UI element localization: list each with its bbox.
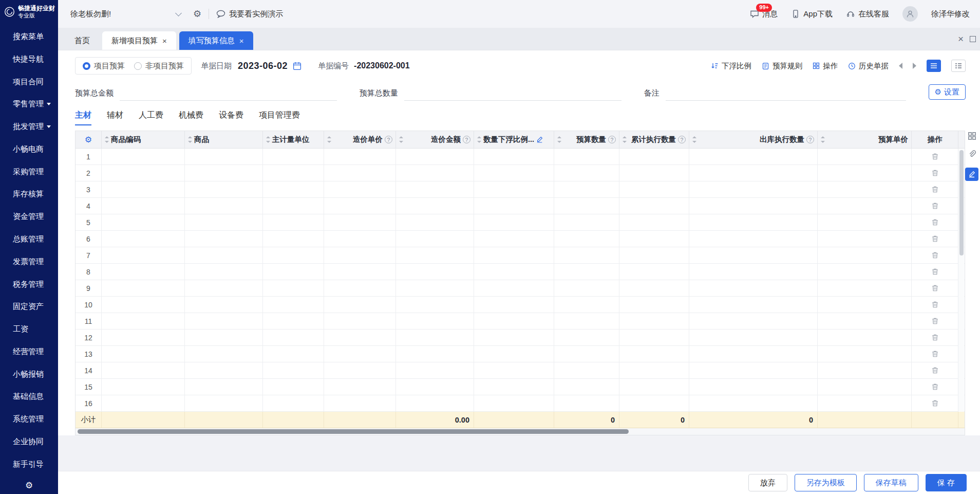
table-cell[interactable] [554,198,619,214]
table-cell[interactable] [619,264,689,280]
delete-row-icon[interactable] [931,186,939,193]
info-icon[interactable]: ? [463,136,470,143]
table-cell[interactable] [396,247,474,263]
vertical-scrollbar[interactable] [958,149,964,412]
table-cell[interactable] [474,165,554,181]
edit-note-icon[interactable] [965,168,978,181]
table-row[interactable]: 14 [76,362,965,379]
table-cell[interactable] [324,362,396,378]
table-cell[interactable] [474,346,554,362]
total-amount-input[interactable] [120,86,337,101]
table-cell[interactable] [689,264,818,280]
table-cell[interactable] [554,149,619,164]
table-cell[interactable] [185,330,263,345]
table-cell[interactable] [619,313,689,329]
history-docs-button[interactable]: 历史单据 [848,61,889,71]
delete-row-icon[interactable] [931,284,939,292]
tab-close-icon[interactable]: × [239,37,244,45]
table-cell[interactable] [818,313,912,329]
save-draft-button[interactable]: 保存草稿 [864,474,918,491]
calendar-icon[interactable] [293,62,301,70]
attachment-icon[interactable] [968,150,976,158]
table-cell[interactable] [689,330,818,345]
table-cell[interactable] [102,149,185,164]
table-cell[interactable] [619,346,689,362]
info-icon[interactable]: ? [806,136,814,143]
table-cell[interactable] [324,181,396,197]
table-cell[interactable] [263,330,324,345]
delete-row-icon[interactable] [931,367,939,374]
table-cell[interactable] [396,280,474,296]
table-cell[interactable] [263,214,324,230]
table-cell[interactable] [263,264,324,280]
table-cell[interactable] [102,214,185,230]
table-cell[interactable] [554,395,619,411]
budget-rules-button[interactable]: 预算规则 [762,61,802,71]
doc-no-value[interactable]: -20230602-001 [354,61,410,70]
table-cell[interactable] [185,198,263,214]
table-row[interactable]: 2 [76,165,965,181]
messages-button[interactable]: 消息 99+ [750,9,778,19]
info-icon[interactable]: ? [608,136,616,143]
table-cell[interactable] [689,313,818,329]
table-cell[interactable] [554,247,619,263]
float-ratio-button[interactable]: 下浮比例 [711,61,751,71]
table-cell[interactable] [324,280,396,296]
table-row[interactable]: 7 [76,247,965,264]
table-cell[interactable] [689,395,818,411]
sidebar-item[interactable]: 总账管理 [0,228,58,251]
sidebar-item[interactable]: 资金管理 [0,206,58,228]
delete-row-icon[interactable] [931,334,939,341]
table-cell[interactable] [554,231,619,247]
table-cell[interactable] [396,346,474,362]
delete-row-icon[interactable] [931,235,939,243]
table-cell[interactable] [185,313,263,329]
save-button[interactable]: 保 存 [926,474,967,491]
table-cell[interactable] [554,280,619,296]
table-cell[interactable] [554,165,619,181]
table-cell[interactable] [619,165,689,181]
table-row[interactable]: 13 [76,346,965,362]
table-cell[interactable] [689,362,818,378]
table-cell[interactable] [324,247,396,263]
table-row[interactable]: 15 [76,379,965,395]
table-cell[interactable] [185,214,263,230]
info-icon[interactable]: ? [678,136,686,143]
table-cell[interactable] [818,247,912,263]
sidebar-item[interactable]: 快捷导航 [0,48,58,71]
table-cell[interactable] [619,395,689,411]
table-cell[interactable] [185,149,263,164]
save-as-template-button[interactable]: 另存为模板 [795,474,857,491]
table-cell[interactable] [619,149,689,164]
panel-grid-icon[interactable] [968,132,976,140]
table-cell[interactable] [263,181,324,197]
table-cell[interactable] [689,346,818,362]
table-cell[interactable] [818,181,912,197]
table-cell[interactable] [554,297,619,313]
table-cell[interactable] [102,297,185,313]
table-cell[interactable] [396,379,474,395]
col-budget-price[interactable]: 预算单价 [818,131,912,148]
table-cell[interactable] [185,346,263,362]
table-cell[interactable] [474,181,554,197]
sidebar-item[interactable]: 零售管理 [0,93,58,116]
table-cell[interactable] [619,362,689,378]
material-tab[interactable]: 项目管理费 [259,110,300,124]
delete-row-icon[interactable] [931,383,939,391]
sidebar-item[interactable]: 工资 [0,318,58,341]
table-cell[interactable] [324,297,396,313]
table-cell[interactable] [689,149,818,164]
table-cell[interactable] [185,181,263,197]
table-cell[interactable] [689,198,818,214]
table-cell[interactable] [396,198,474,214]
table-cell[interactable] [263,231,324,247]
tab-fill-budget-info[interactable]: 填写预算信息 × [179,31,253,50]
table-cell[interactable] [396,313,474,329]
horizontal-scrollbar[interactable] [76,428,965,435]
sidebar-settings-gear-icon[interactable]: ⚙ [0,477,58,494]
online-service-button[interactable]: 在线客服 [846,9,889,19]
table-cell[interactable] [396,297,474,313]
table-cell[interactable] [474,379,554,395]
table-cell[interactable] [263,379,324,395]
sidebar-item[interactable]: 发票管理 [0,250,58,273]
